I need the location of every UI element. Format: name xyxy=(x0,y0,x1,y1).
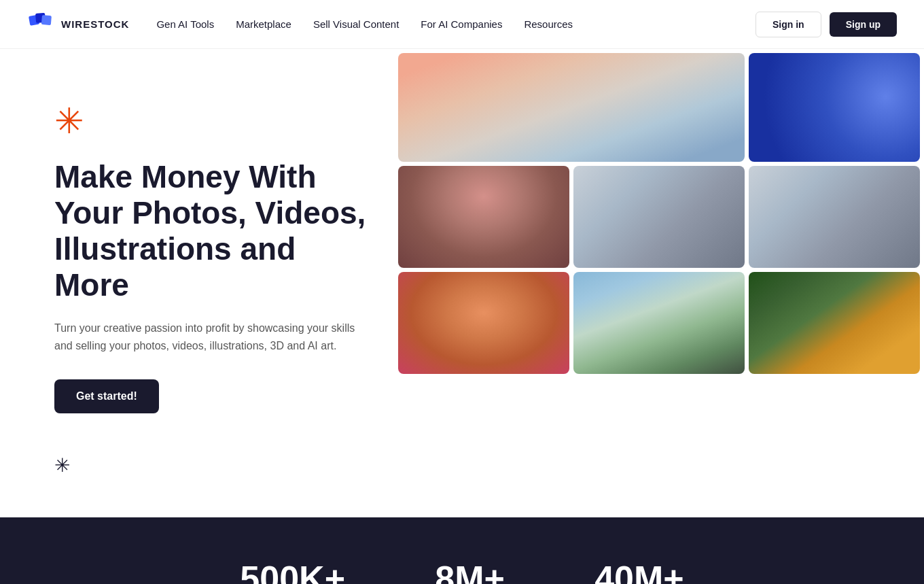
hero-image-buildings xyxy=(573,166,745,268)
nav-link-resources[interactable]: Resources xyxy=(524,18,573,30)
logo-text: WIRESTOCK xyxy=(61,18,129,30)
hero-description: Turn your creative passion into profit b… xyxy=(54,320,367,356)
buildings2-photo xyxy=(749,166,920,268)
nav-link-ai[interactable]: For AI Companies xyxy=(421,18,502,30)
nav-item-resources[interactable]: Resources xyxy=(524,18,573,31)
stat-content-library: 40M+ Content Library xyxy=(594,558,684,584)
logo-icon xyxy=(27,11,54,38)
logo-link[interactable]: WIRESTOCK xyxy=(27,11,129,38)
nav-link-marketplace[interactable]: Marketplace xyxy=(236,18,291,30)
stat-number-downloads: 8M+ xyxy=(427,558,513,584)
navbar: WIRESTOCK Gen AI Tools Marketplace Sell … xyxy=(0,0,924,49)
portrait-photo xyxy=(398,166,569,268)
svg-rect-2 xyxy=(41,15,52,25)
decorative-star-icon: ✳ xyxy=(54,103,367,139)
hero-section: ✳ Make Money With Your Photos, Videos, I… xyxy=(0,49,924,517)
hero-image-portrait xyxy=(398,166,569,268)
stat-number-library: 40M+ xyxy=(594,558,684,584)
stats-section: 500K+ Creator base 8M+ Paid downloads 40… xyxy=(0,517,924,584)
hero-image-stairs xyxy=(398,53,745,162)
hero-image-cat xyxy=(398,272,569,374)
nav-links: Gen AI Tools Marketplace Sell Visual Con… xyxy=(156,18,573,31)
navbar-right: Sign in Sign up xyxy=(756,12,897,37)
stat-creator-base: 500K+ Creator base xyxy=(240,558,345,584)
hero-content: ✳ Make Money With Your Photos, Videos, I… xyxy=(0,49,394,517)
decorative-asterisk-icon: ✳ xyxy=(54,454,367,477)
hero-image-grid xyxy=(394,49,924,517)
navbar-left: WIRESTOCK Gen AI Tools Marketplace Sell … xyxy=(27,11,573,38)
buildings-photo xyxy=(573,166,745,268)
nav-item-marketplace[interactable]: Marketplace xyxy=(236,18,291,31)
signup-button[interactable]: Sign up xyxy=(830,12,897,37)
stat-number-creators: 500K+ xyxy=(240,558,345,584)
nav-link-sell[interactable]: Sell Visual Content xyxy=(313,18,399,30)
get-started-button[interactable]: Get started! xyxy=(54,379,159,413)
hero-image-cyclist xyxy=(573,272,745,374)
hero-title: Make Money With Your Photos, Videos, Ill… xyxy=(54,159,367,303)
nav-item-ai[interactable]: For AI Companies xyxy=(421,18,502,31)
blue-photo xyxy=(749,53,920,162)
nav-item-genai[interactable]: Gen AI Tools xyxy=(156,18,214,31)
signin-button[interactable]: Sign in xyxy=(756,12,821,37)
butterfly-photo xyxy=(749,272,920,374)
stat-paid-downloads: 8M+ Paid downloads xyxy=(427,558,513,584)
hero-image-butterfly xyxy=(749,272,920,374)
cyclist-photo xyxy=(573,272,745,374)
nav-item-sell[interactable]: Sell Visual Content xyxy=(313,18,399,31)
hero-image-buildings2 xyxy=(749,166,920,268)
nav-link-genai[interactable]: Gen AI Tools xyxy=(156,18,214,30)
hero-image-blue xyxy=(749,53,920,162)
stairs-photo xyxy=(398,53,745,162)
cat-photo xyxy=(398,272,569,374)
